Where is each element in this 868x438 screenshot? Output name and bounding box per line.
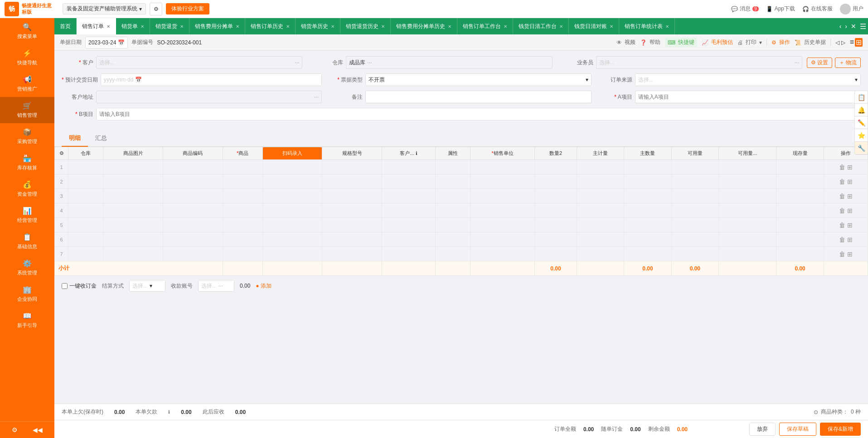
bank-account-input[interactable]: 选择... ··· [198,280,234,292]
toolbar-print[interactable]: 🖨打印▾ [737,39,762,46]
copy-row-1[interactable]: ⊞ [847,164,853,171]
tab-cash_day_reconcile[interactable]: 钱货日清对账✕ [569,18,619,34]
tab-menu[interactable]: ☰ [858,22,868,31]
float-tool-1[interactable]: 📋 [855,91,868,104]
sidebar-item-basic_info[interactable]: 📋基础信息 [0,228,54,255]
row-customer-info-7[interactable] [382,247,436,261]
tab-close-sales_order_history[interactable]: ✕ [286,24,290,29]
date-field[interactable]: 2023-03-24 📅 [85,37,128,48]
row-available-6[interactable] [671,232,718,247]
row-warehouse-7[interactable] [68,247,103,261]
row-customer-info-1[interactable] [382,160,436,174]
row-warehouse-4[interactable] [68,203,103,218]
quick-order-check[interactable] [62,283,68,289]
tab-close-sales_order_stats[interactable]: ✕ [665,24,669,29]
tab-sales_order[interactable]: 销售订单✕ [77,18,116,34]
tab-sales_order_history[interactable]: 销售订单历史✕ [245,18,296,34]
row-customer-info-6[interactable] [382,232,436,247]
sidebar-item-enterprise[interactable]: 🏢企业协同 [0,281,54,307]
row-warehouse-1[interactable] [68,160,103,174]
row-spec-1[interactable] [322,160,382,174]
row-product-1[interactable] [223,160,262,174]
sidebar-item-inventory[interactable]: 🏪库存核算 [0,149,54,176]
row-main-unit-7[interactable] [577,247,624,261]
row-attribute-5[interactable] [435,218,470,232]
copy-row-2[interactable]: ⊞ [847,178,853,185]
row-sales-unit-1[interactable] [470,160,534,174]
sidebar-item-quick_nav[interactable]: ⚡快捷导航 [0,44,54,71]
row-available2-5[interactable] [719,218,776,232]
row-current-5[interactable] [776,218,824,232]
copy-row-6[interactable]: ⊞ [847,236,853,243]
address-input[interactable]: ··· [96,91,322,103]
a-project-input[interactable] [635,91,861,103]
row-main-qty-7[interactable] [624,247,671,261]
toolbar-history[interactable]: 📜历史单据 [795,39,826,46]
row-qty2-6[interactable] [535,232,577,247]
tab-detail[interactable]: 明细 [62,130,88,147]
add-payment-button[interactable]: ● 添加 [256,282,272,290]
tab-sales_order_workbench[interactable]: 销售订单工作台✕ [457,18,513,34]
row-attribute-6[interactable] [435,232,470,247]
sidebar-item-marketing[interactable]: 📢营销推广 [0,71,54,97]
tab-home[interactable]: 首页 [54,18,77,34]
delete-row-4[interactable]: 🗑 [839,207,845,214]
sidebar-item-system[interactable]: ⚙️系统管理 [0,255,54,281]
float-tool-3[interactable]: ✏️ [855,116,868,129]
tab-close-sales_return2_history[interactable]: ✕ [381,24,385,29]
staff-input[interactable]: 选择... ··· [596,56,802,69]
row-spec-7[interactable] [322,247,382,261]
row-product-2[interactable] [223,174,262,189]
row-main-unit-6[interactable] [577,232,624,247]
tab-sales_return2[interactable]: 销货退货✕ [150,18,189,34]
remark-input[interactable] [365,91,591,103]
row-attribute-7[interactable] [435,247,470,261]
tab-nav-next[interactable]: › [843,23,849,30]
row-warehouse-5[interactable] [68,218,103,232]
row-main-qty-5[interactable] [624,218,671,232]
row-attribute-1[interactable] [435,160,470,174]
row-available2-6[interactable] [719,232,776,247]
tab-close-sales_expense_history[interactable]: ✕ [448,24,451,29]
add-item-button[interactable]: ＋物流 [835,58,861,68]
row-available2-4[interactable] [719,203,776,218]
row-customer-info-4[interactable] [382,203,436,218]
col-settings[interactable]: ⚙ [55,147,68,160]
row-product-6[interactable] [223,232,262,247]
sidebar-item-guide[interactable]: 📖新手引导 [0,307,54,333]
row-customer-info-5[interactable] [382,218,436,232]
row-main-qty-3[interactable] [624,189,671,203]
messages-button[interactable]: 💬 消息 9 [731,5,759,13]
toolbar-shortcut[interactable]: ⌨快捷键 [665,38,697,47]
delete-row-5[interactable]: 🗑 [839,221,845,229]
row-current-3[interactable] [776,189,824,203]
system-selector[interactable]: 装备及固定资产辅助管理系统 ▾ [63,3,146,14]
order-source-select[interactable]: 选择... ▾ [635,73,861,86]
row-available2-7[interactable] [719,247,776,261]
row-main-unit-5[interactable] [577,218,624,232]
row-code-3[interactable] [163,189,223,203]
save-new-button[interactable]: 保存&新增 [820,423,861,436]
float-tool-5[interactable]: 🔧 [855,142,868,154]
row-main-unit-2[interactable] [577,174,624,189]
delete-row-2[interactable]: 🗑 [839,178,845,185]
copy-row-5[interactable]: ⊞ [847,221,853,229]
tab-sales_return2_history[interactable]: 销货退货历史✕ [340,18,391,34]
row-qty2-4[interactable] [535,203,577,218]
staff-dots[interactable]: ··· [795,59,799,66]
row-current-1[interactable] [776,160,824,174]
float-tool-4[interactable]: ⭐ [855,129,868,142]
row-attribute-3[interactable] [435,189,470,203]
customer-dots[interactable]: ··· [295,59,299,66]
row-customer-info-2[interactable] [382,174,436,189]
row-main-qty-2[interactable] [624,174,671,189]
sidebar-item-purchase[interactable]: 📦采购管理 [0,123,54,149]
tab-close-sales_return_history[interactable]: ✕ [331,24,335,29]
row-customer-info-3[interactable] [382,189,436,203]
tab-sales_expense_history[interactable]: 销售费用分摊单历史✕ [391,18,457,34]
user-menu[interactable]: 用户 [840,4,863,14]
tab-close-cash_day_clear[interactable]: ✕ [559,24,563,29]
row-main-qty-6[interactable] [624,232,671,247]
row-code-4[interactable] [163,203,223,218]
row-main-unit-4[interactable] [577,203,624,218]
